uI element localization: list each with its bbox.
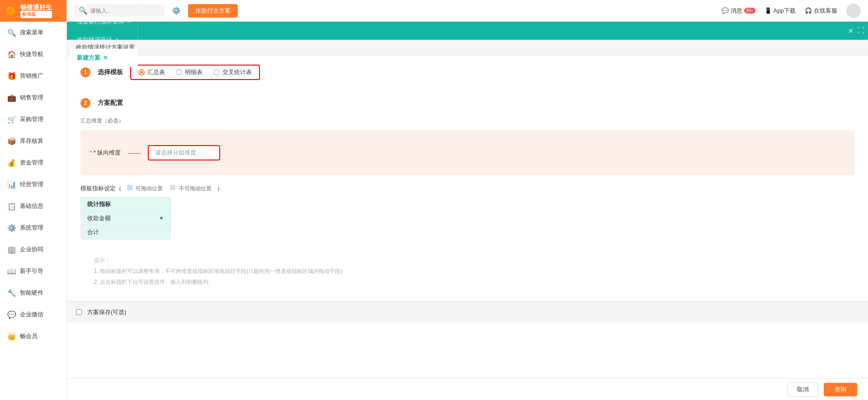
sidebar-label-finance: 资金管理 xyxy=(20,159,43,167)
tip-2: 2. 点击标题栏下拉可设置排序、插入列和删除列 xyxy=(94,277,841,287)
sidebar-label-purchase: 采购管理 xyxy=(20,115,43,123)
sidebar-label-sales: 销售管理 xyxy=(20,94,43,102)
message-btn[interactable]: 💬 消息 99+ xyxy=(722,7,755,15)
tab-close-new-plan[interactable]: ✕ xyxy=(103,55,108,61)
sidebar-item-sales[interactable]: 💼销售管理 xyxy=(0,87,66,108)
tab-collection-stat[interactable]: 收款情况统计✕ xyxy=(71,31,138,49)
step2-row: 2 方案配置 xyxy=(80,98,854,108)
indicator-name-1: 合计 xyxy=(87,229,99,235)
message-icon: 💬 xyxy=(722,7,729,14)
movable-dot xyxy=(127,185,132,190)
dimension-selector[interactable]: 请选择分组维度 xyxy=(148,145,220,160)
close-window-icon[interactable]: ✕ xyxy=(848,27,854,35)
fixed-dot xyxy=(170,185,175,190)
legend-movable: 可拖动位置 xyxy=(127,185,163,193)
step1-label: 选择模板 xyxy=(98,68,123,76)
tab-home[interactable]: 首页 xyxy=(71,0,138,13)
sidebar-item-wechat[interactable]: 💬企业微信 xyxy=(0,304,66,325)
save-checkbox[interactable] xyxy=(76,309,82,315)
tab-bank-flow[interactable]: 现金银行流水查询✕ xyxy=(71,13,138,31)
tab-label-collection-stat: 收款情况统计 xyxy=(77,36,112,44)
indicator-table: 统计指标 收款金额 ▼ 合计 xyxy=(80,197,171,240)
sidebar-item-purchase[interactable]: 🛒采购管理 xyxy=(0,108,66,130)
sidebar-icon-marketing: 🎁 xyxy=(7,72,16,80)
sidebar-item-operations[interactable]: 📊经营管理 xyxy=(0,174,66,195)
sidebar-item-hardware[interactable]: 🔧智能硬件 xyxy=(0,282,66,304)
download-btn[interactable]: 📱 App下载 xyxy=(764,7,796,15)
logo-icon: 🟠 xyxy=(5,5,17,16)
indicator-header: 模板指标设定（ 可拖动位置 不可拖动位置 ） xyxy=(80,184,854,193)
sidebar-label-guide: 新手引导 xyxy=(20,267,43,275)
tab-close-collection-stat[interactable]: ✕ xyxy=(115,37,119,43)
topbar: 🔍 ⚙️ 体验行业方案 💬 消息 99+ 📱 App下载 🎧 在线客服 xyxy=(67,0,868,22)
radio-detail-circle xyxy=(176,69,182,75)
sidebar-item-guide[interactable]: 📖新手引导 xyxy=(0,260,66,282)
sidebar-icon-base-info: 📋 xyxy=(7,202,16,211)
sidebar-item-enterprise[interactable]: 🏢企业协同 xyxy=(0,239,66,260)
radio-detail[interactable]: 明细表 xyxy=(176,68,203,76)
sidebar-icon-purchase: 🛒 xyxy=(7,115,16,124)
footer-bar: 方案保存(可选) xyxy=(67,301,868,323)
indicator-dropdown-0[interactable]: ▼ xyxy=(159,215,164,221)
breadcrumb: 收款情况统计方案设置 xyxy=(67,40,868,56)
topbar-right: 💬 消息 99+ 📱 App下载 🎧 在线客服 xyxy=(722,4,861,18)
sidebar-icon-enterprise: 🏢 xyxy=(7,245,16,254)
radio-summary-circle xyxy=(138,69,145,75)
sidebar-label-enterprise: 企业协同 xyxy=(20,245,43,254)
sidebar-icon-hardware: 🔧 xyxy=(7,289,16,297)
sidebar-label-operations: 经营管理 xyxy=(20,180,43,188)
sidebar-label-hardware: 智能硬件 xyxy=(20,289,43,297)
tabbar-controls: ✕ ⛶ xyxy=(848,27,864,35)
sidebar-label-base-info: 基础信息 xyxy=(20,202,43,210)
radio-detail-label: 明细表 xyxy=(185,68,203,76)
sidebar-item-base-info[interactable]: 📋基础信息 xyxy=(0,195,66,217)
download-icon: 📱 xyxy=(764,7,772,14)
sidebar-label-inventory: 库存核算 xyxy=(20,137,43,145)
industry-btn[interactable]: 体验行业方案 xyxy=(188,4,238,18)
required-star: * xyxy=(90,149,92,156)
tab-new-plan[interactable]: 新建方案✕ xyxy=(71,49,138,67)
sidebar-icon-quick-nav: 🏠 xyxy=(7,50,16,59)
service-label: 在线客服 xyxy=(814,7,837,15)
sidebar-label-member: 畅会员 xyxy=(20,332,38,340)
radio-cross[interactable]: 交叉统计表 xyxy=(213,68,252,76)
sidebar-item-member[interactable]: 👑畅会员 xyxy=(0,325,66,347)
sidebar-icon-search-menu: 🔍 xyxy=(7,28,16,37)
download-label: App下载 xyxy=(774,7,796,15)
sidebar-item-marketing[interactable]: 🎁营销推广 xyxy=(0,65,66,87)
query-button[interactable]: 查询 xyxy=(824,383,857,396)
arrow: —— xyxy=(128,149,141,156)
cancel-button[interactable]: 取消 xyxy=(788,382,818,397)
tab-close-bank-flow[interactable]: ✕ xyxy=(127,19,131,25)
settings-icon[interactable]: ⚙️ xyxy=(172,6,181,15)
sidebar-item-system[interactable]: ⚙️系统管理 xyxy=(0,217,66,239)
step1-section: 1 选择模板 汇总表 明细表 交叉统计表 xyxy=(67,56,868,98)
radio-summary[interactable]: 汇总表 xyxy=(138,68,165,76)
tab-label-new-plan: 新建方案 xyxy=(77,54,100,62)
save-label[interactable]: 方案保存(可选) xyxy=(87,308,127,316)
radio-cross-circle xyxy=(213,69,220,75)
legend-fixed: 不可拖动位置 xyxy=(170,185,211,193)
sidebar-icon-wechat: 💬 xyxy=(7,311,16,319)
indicator-row-1: 合计 xyxy=(81,226,170,239)
sidebar-item-inventory[interactable]: 📦库存核算 xyxy=(0,130,66,152)
sidebar-item-quick-nav[interactable]: 🏠快捷导航 xyxy=(0,43,66,65)
tip-1: 1. 拖动标题栏可以调整布局，不可跨维度或指标区域拖动目字段(只能在同一维度或指… xyxy=(94,266,841,277)
avatar[interactable] xyxy=(846,4,861,18)
sidebar-item-finance[interactable]: 💰资金管理 xyxy=(0,152,66,174)
sidebar-icon-member: 👑 xyxy=(7,332,16,341)
step1-row: 1 选择模板 汇总表 明细表 交叉统计表 xyxy=(80,65,854,80)
template-radio-group: 汇总表 明细表 交叉统计表 xyxy=(130,65,260,80)
sidebar-item-search-menu[interactable]: 🔍搜索菜单 xyxy=(0,22,66,43)
sidebar-label-quick-nav: 快捷导航 xyxy=(20,50,43,58)
sidebar-icon-inventory: 📦 xyxy=(7,137,16,146)
maximize-icon[interactable]: ⛶ xyxy=(857,27,864,35)
sidebar-icon-guide: 📖 xyxy=(7,267,16,276)
step2-label: 方案配置 xyxy=(98,99,123,107)
sidebar-icon-system: ⚙️ xyxy=(7,224,16,232)
tabbar: 首页现金银行流水查询✕收款情况统计✕新建方案✕ ✕ ⛶ xyxy=(67,22,868,40)
service-btn[interactable]: 🎧 在线客服 xyxy=(805,7,837,15)
tip-title: 提示： xyxy=(94,257,110,264)
sidebar-label-system: 系统管理 xyxy=(20,224,43,232)
sidebar: 🟠 畅捷通好生 标准版 🔍搜索菜单🏠快捷导航🎁营销推广💼销售管理🛒采购管理📦库存… xyxy=(0,0,67,400)
